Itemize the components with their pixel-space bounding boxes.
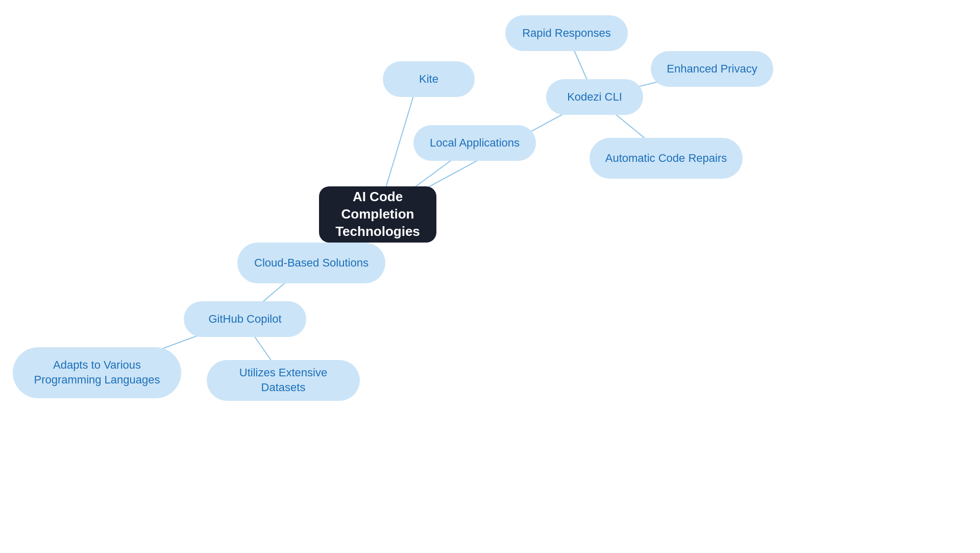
rapid-responses-node[interactable]: Rapid Responses (505, 15, 628, 51)
center-node[interactable]: AI Code Completion Technologies (319, 186, 436, 243)
kite-node[interactable]: Kite (383, 61, 475, 97)
mindmap-canvas (0, 0, 980, 553)
github-copilot-node[interactable]: GitHub Copilot (184, 301, 306, 337)
automatic-code-repairs-node[interactable]: Automatic Code Repairs (590, 138, 743, 179)
kodezi-cli-node[interactable]: Kodezi CLI (546, 79, 643, 115)
adapts-node[interactable]: Adapts to Various Programming Languages (13, 347, 181, 398)
local-applications-node[interactable]: Local Applications (413, 125, 536, 161)
enhanced-privacy-node[interactable]: Enhanced Privacy (651, 51, 773, 87)
utilizes-node[interactable]: Utilizes Extensive Datasets (207, 360, 360, 401)
cloud-based-solutions-node[interactable]: Cloud-Based Solutions (237, 243, 385, 283)
